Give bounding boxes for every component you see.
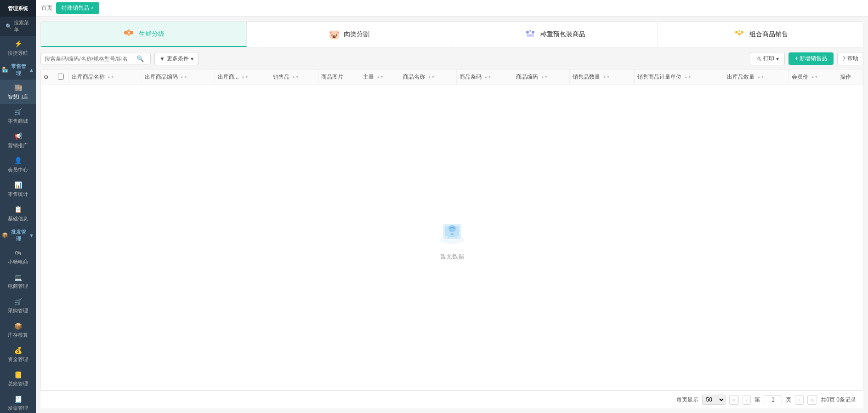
quick-nav-icon: ⚡: [2, 40, 34, 49]
ecom-mgmt-icon: 💻: [2, 273, 34, 282]
sidebar-item-retail-mgmt[interactable]: 🏪 零售管理 ▲: [0, 60, 36, 80]
sort-icons: ▲▼: [684, 75, 692, 79]
col-product-code-label: 商品编码: [516, 74, 538, 80]
col-product-name[interactable]: 商品名称 ▲▼: [400, 69, 457, 85]
sidebar-item-label: 小畅电商: [8, 259, 28, 264]
svg-point-0: [124, 31, 128, 34]
sort-icons: ▲▼: [603, 75, 610, 79]
sidebar-item-label: 零售商城: [8, 118, 28, 124]
search-input[interactable]: [45, 56, 136, 62]
svg-point-15: [448, 225, 456, 232]
sidebar-item-ecom-mgmt[interactable]: 💻 电商管理: [0, 270, 36, 294]
toolbar-right: 🖨 打印 ▾ + 新增销售品 ? 帮助: [750, 52, 863, 65]
help-button[interactable]: ? 帮助: [837, 52, 863, 65]
tab-fresh-grade[interactable]: 生鲜分级: [41, 22, 247, 47]
col-sale-qty-label: 销售品数量: [573, 74, 600, 80]
search-label: 搜索菜单: [14, 19, 32, 33]
tab-meat-cut[interactable]: 🐷 肉类分割: [247, 22, 453, 47]
mini-ecom-icon: 🛍: [2, 249, 34, 258]
sidebar-item-purchase-mgmt[interactable]: 🛒 采购管理: [0, 294, 36, 318]
last-page-button[interactable]: »: [807, 395, 817, 405]
sidebar: 管理系统 🔍 搜索菜单 ⚡ 快捷导航 🏪 零售管理 ▲ 🏬 智慧门店 🛒 零售商…: [0, 0, 36, 413]
sidebar-item-basic-info[interactable]: 📋 基础信息: [0, 201, 36, 226]
col-member-price[interactable]: 会员价 ▲▼: [789, 69, 837, 85]
svg-point-6: [532, 31, 534, 34]
prev-page-button[interactable]: ‹: [743, 395, 751, 405]
svg-point-2: [130, 31, 133, 34]
col-sale-item[interactable]: 销售品 ▲▼: [270, 69, 318, 85]
sidebar-item-smart-store[interactable]: 🏬 智慧门店: [0, 80, 36, 104]
next-page-button[interactable]: ›: [795, 395, 803, 405]
sidebar-item-inventory[interactable]: 📦 库存核算: [0, 318, 36, 343]
page-content: 生鲜分级 🐷 肉类分割 称重预包装商品: [36, 17, 868, 413]
print-button[interactable]: 🖨 打印 ▾: [750, 52, 785, 65]
add-sale-button[interactable]: + 新增销售品: [789, 52, 834, 65]
active-tab[interactable]: 特殊销售品 ×: [56, 2, 99, 14]
page-unit-label: 页: [786, 396, 791, 404]
empty-state-icon: [434, 215, 471, 247]
sales-promo-icon: 📢: [2, 132, 34, 141]
first-page-button[interactable]: «: [729, 395, 739, 405]
sidebar-item-retail-mall[interactable]: 🛒 零售商城: [0, 104, 36, 128]
empty-state-text: 暂无数据: [440, 252, 464, 261]
col-barcode[interactable]: 商品条码 ▲▼: [457, 69, 513, 85]
sidebar-item-label: 资金管理: [8, 356, 28, 362]
sidebar-item-invoice-mgmt[interactable]: 🧾 发票管理: [0, 391, 36, 413]
col-sale-unit[interactable]: 销售商品计量单位 ▲▼: [635, 69, 724, 85]
print-label: 打印: [763, 55, 774, 63]
col-sale-qty[interactable]: 销售品数量 ▲▼: [570, 69, 635, 85]
page-size-label: 每页显示: [676, 396, 698, 404]
filter-button[interactable]: ▼ 更多条件 ▾: [154, 52, 199, 65]
pagination-bar: 每页显示 20 50 100 « ‹ 第 页 › » 共0页 0条记录: [40, 390, 863, 408]
sidebar-search[interactable]: 🔍 搜索菜单: [0, 17, 36, 36]
home-breadcrumb[interactable]: 首页: [41, 4, 52, 12]
chevron-icon: ▲: [29, 67, 34, 73]
sidebar-item-mini-ecom[interactable]: 🛍 小畅电商: [0, 245, 36, 270]
svg-point-10: [741, 31, 743, 34]
fresh-grade-label: 生鲜分级: [139, 30, 165, 38]
sidebar-item-member-center[interactable]: 👤 会员中心: [0, 153, 36, 177]
print-icon: 🖨: [756, 56, 761, 62]
search-icon[interactable]: 🔍: [136, 55, 144, 62]
sort-icons: ▲▼: [484, 75, 492, 79]
col-out-code[interactable]: 出库商品编码 ▲▼: [142, 69, 215, 85]
sidebar-item-quick-nav[interactable]: ⚡ 快捷导航: [0, 36, 36, 60]
chevron-down-icon: ▼: [29, 233, 34, 238]
svg-point-5: [529, 30, 531, 32]
sidebar-item-batch-mgmt[interactable]: 📦 批发管理 ▼: [0, 226, 36, 245]
col-out-name[interactable]: 出库商品名称 ▲▼: [68, 69, 142, 85]
select-all-checkbox[interactable]: [58, 74, 64, 80]
sidebar-item-label: 营销推广: [8, 143, 28, 148]
data-table: ⚙ 出库商品名称 ▲▼ 出库商品编码 ▲▼ 出库: [41, 69, 863, 85]
col-main-qty[interactable]: 主量 ▲▼: [360, 69, 400, 85]
total-records-label: 共0页 0条记录: [821, 396, 856, 404]
smart-store-icon: 🏬: [2, 83, 34, 92]
sidebar-item-label: 库存核算: [8, 332, 28, 338]
tab-weight-prepack[interactable]: 称重预包装商品: [452, 22, 658, 47]
sidebar-item-fund-mgmt[interactable]: 💰 资金管理: [0, 343, 36, 367]
page-number-input[interactable]: [764, 395, 782, 404]
invoice-mgmt-icon: 🧾: [2, 395, 34, 404]
sidebar-item-label: 零售统计: [8, 191, 28, 197]
close-tab-button[interactable]: ×: [91, 6, 94, 11]
sidebar-item-sales-promo[interactable]: 📢 营销推广: [0, 128, 36, 153]
sidebar-item-general-ledger[interactable]: 📒 总账管理: [0, 367, 36, 391]
filter-icon: ▼: [159, 56, 165, 62]
sidebar-item-retail-stats[interactable]: 📊 零售统计: [0, 177, 36, 201]
col-out-qty[interactable]: 出库品数量 ▲▼: [724, 69, 789, 85]
retail-mall-icon: 🛒: [2, 108, 34, 117]
tab-combo-sale[interactable]: 组合商品销售: [658, 22, 863, 47]
col-out-spec[interactable]: 出库商... ▲▼: [215, 69, 270, 85]
col-barcode-label: 商品条码: [460, 74, 482, 80]
sidebar-item-label: 智慧门店: [8, 94, 28, 99]
col-settings[interactable]: ⚙: [41, 69, 55, 85]
search-box[interactable]: 🔍: [40, 53, 151, 64]
svg-point-16: [451, 233, 454, 235]
col-product-code[interactable]: 商品编码 ▲▼: [513, 69, 570, 85]
col-checkbox[interactable]: [55, 69, 68, 85]
svg-point-11: [738, 33, 741, 35]
member-center-icon: 👤: [2, 156, 34, 166]
page-size-select[interactable]: 20 50 100: [702, 395, 726, 405]
sidebar-item-label: 发票管理: [8, 405, 28, 411]
svg-rect-7: [527, 34, 534, 37]
